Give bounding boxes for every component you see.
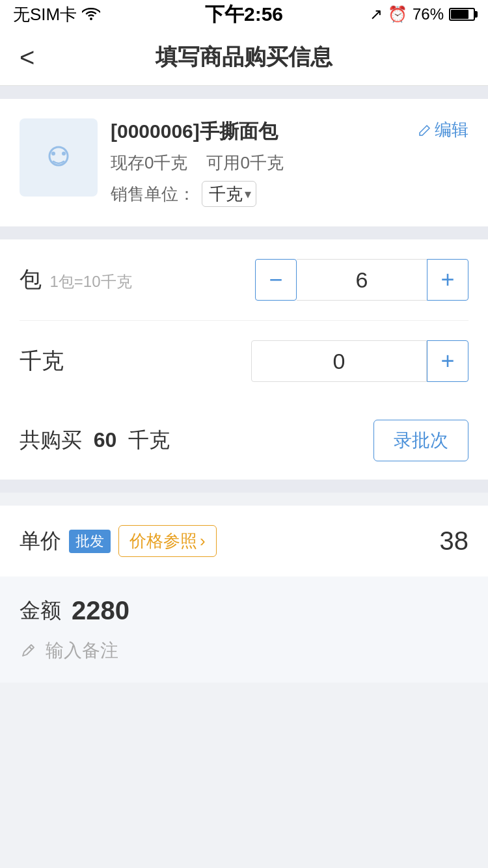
product-title: [0000006]手撕面包 [111, 118, 278, 145]
separator-1 [0, 86, 488, 99]
separator-2 [0, 226, 488, 239]
kg-plus-button[interactable]: + [427, 340, 468, 382]
input-section: 包 1包=10千克 − + 千克 + [0, 239, 488, 401]
pifa-badge: 批发 [69, 530, 111, 553]
price-label-group: 单价 批发 价格参照 › [20, 525, 217, 557]
price-label: 单价 [20, 527, 61, 556]
kg-qty-input[interactable] [251, 340, 427, 382]
amount-label: 金额 [20, 597, 61, 625]
battery-icon [449, 8, 475, 21]
separator-3 [0, 480, 488, 493]
gps-icon: ↗ [370, 5, 383, 23]
svg-line-3 [29, 647, 32, 649]
kg-row: 千克 + [20, 321, 468, 401]
package-minus-button[interactable]: − [255, 259, 297, 301]
battery-percent: 76% [413, 5, 444, 23]
unit-select[interactable]: 千克 [202, 181, 256, 207]
amount-value: 2280 [72, 596, 129, 625]
wifi-icon [82, 5, 100, 25]
package-row: 包 1包=10千克 − + [20, 239, 468, 321]
product-stock: 现存0千克 可用0千克 [111, 152, 468, 174]
edit-button[interactable]: 编辑 [418, 118, 468, 141]
svg-point-1 [51, 152, 55, 156]
product-info: [0000006]手撕面包 编辑 现存0千克 可用0千克 销售单位： 千克 [111, 118, 468, 207]
product-card: [0000006]手撕面包 编辑 现存0千克 可用0千克 销售单位： 千克 [0, 99, 488, 226]
status-time: 下午2:56 [205, 1, 283, 28]
price-ref-button[interactable]: 价格参照 › [118, 525, 217, 557]
note-placeholder[interactable]: 输入备注 [46, 638, 118, 663]
nav-bar: < 填写商品购买信息 [0, 29, 488, 86]
product-image [20, 118, 98, 197]
empty-space [0, 683, 488, 868]
package-sublabel: 1包=10千克 [49, 273, 131, 290]
amount-section: 金额 2280 输入备注 [0, 576, 488, 683]
amount-row: 金额 2280 [20, 596, 468, 625]
product-unit-row: 销售单位： 千克 [111, 181, 468, 207]
svg-point-2 [62, 152, 66, 156]
unit-select-wrap[interactable]: 千克 [202, 181, 256, 207]
package-label: 包 [20, 267, 42, 292]
total-section: 共购买 60 千克 录批次 [0, 401, 488, 480]
package-plus-button[interactable]: + [427, 259, 468, 301]
total-text: 共购买 60 千克 [20, 426, 170, 455]
price-section: 单价 批发 价格参照 › 38 [0, 506, 488, 576]
back-button[interactable]: < [20, 44, 34, 70]
price-value: 38 [440, 526, 469, 556]
note-row[interactable]: 输入备注 [20, 638, 468, 663]
page-title: 填写商品购买信息 [156, 42, 332, 72]
alarm-icon: ⏰ [388, 5, 407, 23]
package-qty-control: − + [255, 259, 468, 301]
kg-label: 千克 [20, 348, 64, 373]
status-bar: 无SIM卡 下午2:56 ↗ ⏰ 76% [0, 0, 488, 29]
kg-qty-control: + [251, 340, 468, 382]
note-icon [20, 642, 38, 660]
batch-button[interactable]: 录批次 [373, 420, 468, 461]
price-row: 单价 批发 价格参照 › 38 [20, 525, 468, 557]
carrier-label: 无SIM卡 [13, 3, 77, 26]
package-qty-input[interactable] [297, 259, 427, 301]
